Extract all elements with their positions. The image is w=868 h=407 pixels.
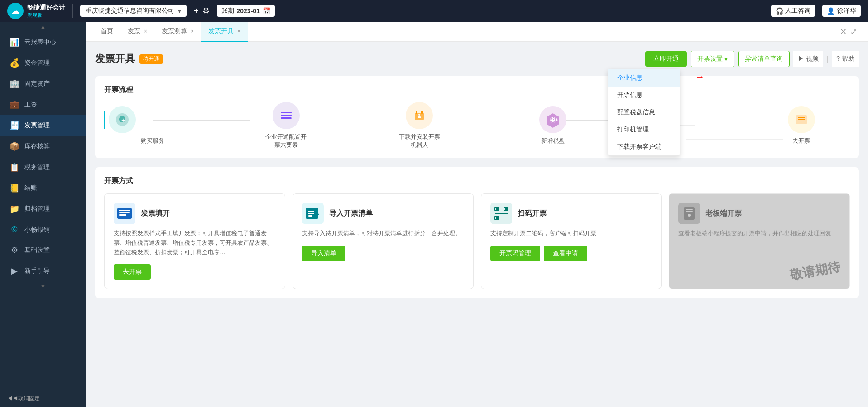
- tab-home[interactable]: 首页: [93, 22, 120, 42]
- add-button[interactable]: +: [194, 6, 199, 16]
- tab-close-invoice[interactable]: ×: [144, 28, 147, 34]
- support-button[interactable]: 🎧 人工咨询: [771, 5, 815, 17]
- main-area: ▲ 📊 云报表中心 💰 资金管理 🏢 固定资产 💼 工资 🧾 发票管理: [0, 22, 868, 407]
- method-card-fill: 发票填开 支持按照发票样式手工填开发票；可开具增值税电子普通发票、增值税普通发票…: [104, 193, 285, 289]
- coming-soon-overlay: 敬请期待: [789, 258, 842, 284]
- svg-point-6: [418, 114, 420, 116]
- sidebar-item-accounting[interactable]: 📒 结账: [0, 178, 86, 199]
- step-icon-2: [273, 102, 300, 129]
- logo-text: 畅捷通好会计 旗舰版: [27, 4, 65, 19]
- tab-close-calc[interactable]: ×: [191, 28, 194, 34]
- flow-steps: + 购买服务 企业开通配置开票六要素: [104, 102, 850, 149]
- method-import-header: 导入开票清单: [302, 203, 464, 224]
- sidebar-item-assets[interactable]: 🏢 固定资产: [0, 73, 86, 94]
- sidebar-item-guide[interactable]: ▶ 新手引导: [0, 261, 86, 281]
- sidebar-item-expense[interactable]: © 小畅报销: [0, 219, 86, 240]
- flow-step-6: 去开票: [753, 106, 850, 145]
- import-list-button[interactable]: 导入清单: [302, 246, 345, 261]
- tab-expand[interactable]: ⤢: [850, 27, 857, 37]
- settings-icon[interactable]: ⚙: [202, 6, 210, 16]
- calendar-icon[interactable]: 📅: [263, 7, 270, 15]
- svg-point-35: [688, 214, 691, 217]
- user-info[interactable]: 👤 徐泽华: [822, 5, 861, 17]
- period-info: 账期 2023-01 📅: [217, 5, 275, 17]
- sidebar-item-reports[interactable]: 📊 云报表中心: [0, 32, 86, 53]
- dropdown-item-company[interactable]: 企业信息 →: [608, 69, 680, 87]
- svg-rect-13: [798, 117, 805, 118]
- svg-rect-17: [119, 210, 130, 211]
- page-title-area: 发票开具 待开通: [95, 52, 163, 66]
- flow-step-2: 企业开通配置开票六要素: [238, 102, 335, 149]
- sidebar-item-finance[interactable]: 💰 资金管理: [0, 53, 86, 73]
- logo-icon: ☁: [7, 3, 24, 19]
- svg-rect-3: [281, 115, 292, 116]
- fill-icon: [114, 203, 135, 224]
- flow-step-3: 下载并安装开票机器人: [371, 102, 468, 149]
- svg-rect-28: [496, 208, 498, 210]
- step-icon-6: [788, 106, 815, 133]
- company-selector[interactable]: 重庆畅捷交通信息咨询有限公司 ▾: [80, 5, 187, 17]
- scroll-up-button[interactable]: ▲: [0, 22, 86, 32]
- divider: |: [827, 55, 829, 63]
- sidebar-item-settings[interactable]: ⚙ 基础设置: [0, 240, 86, 261]
- tab-close-issue[interactable]: ×: [237, 28, 240, 34]
- sidebar-item-invoice[interactable]: 🧾 发票管理: [0, 115, 86, 136]
- scan-icon: [490, 203, 512, 224]
- step-icon-4: 税+: [539, 106, 566, 133]
- dropdown-item-tax-config[interactable]: 配置税盘信息: [608, 104, 680, 121]
- scroll-down-button[interactable]: ▼: [0, 281, 86, 291]
- dropdown-item-printer[interactable]: 打印机管理: [608, 121, 680, 138]
- methods-section: 开票方式 发票填开 支持按照发票样式手工填开发票；可开具增值税电子普通发票: [95, 167, 859, 298]
- sidebar-item-inventory[interactable]: 📦 库存核算: [0, 136, 86, 157]
- tab-invoice[interactable]: 发票 ×: [120, 22, 154, 42]
- step-icon-3: [406, 102, 433, 129]
- payroll-icon: 💼: [9, 100, 20, 110]
- tab-invoice-calc[interactable]: 发票测算 ×: [154, 22, 201, 42]
- tab-invoice-issue[interactable]: 发票开具 ×: [201, 22, 248, 42]
- dropdown-item-invoice-info[interactable]: 开票信息: [608, 87, 680, 104]
- fill-invoice-button[interactable]: 去开票: [114, 264, 151, 280]
- connector-3: [468, 121, 504, 121]
- svg-rect-24: [308, 215, 312, 217]
- assets-icon: 🏢: [9, 79, 20, 89]
- method-card-import: 导入开票清单 支持导入待开票清单，可对待开票清单进行拆分、合并处理。 导入清单: [293, 193, 474, 289]
- logo-area[interactable]: ☁ 畅捷通好会计 旗舰版: [7, 3, 65, 19]
- video-button[interactable]: ▶ 视频: [793, 51, 823, 67]
- user-icon: 👤: [827, 7, 834, 15]
- inventory-icon: 📦: [9, 141, 20, 151]
- accounting-icon: 📒: [9, 183, 20, 193]
- settings-dropdown-menu: 企业信息 → 开票信息 配置税盘信息: [608, 69, 680, 156]
- abnormal-list-button[interactable]: 异常清单查询: [738, 51, 790, 67]
- unpin-button[interactable]: ◀◀取消固定: [0, 390, 86, 407]
- flow-step-1: + 购买服务: [104, 106, 201, 145]
- settings-button[interactable]: 开票设置 ▾: [691, 51, 734, 67]
- top-right: 🎧 人工咨询 👤 徐泽华: [771, 5, 861, 17]
- qrcode-manage-button[interactable]: 开票码管理: [490, 246, 540, 261]
- reports-icon: 📊: [9, 37, 20, 47]
- svg-rect-34: [686, 211, 693, 212]
- help-button[interactable]: ? 帮助: [832, 51, 859, 67]
- sidebar-item-payroll[interactable]: 💼 工资: [0, 94, 86, 115]
- svg-rect-14: [798, 119, 805, 120]
- top-bar: ☁ 畅捷通好会计 旗舰版 重庆畅捷交通信息咨询有限公司 ▾ + ⚙ 账期 202…: [0, 0, 868, 22]
- svg-rect-22: [308, 211, 314, 212]
- page-header: 发票开具 待开通 立即开通 开票设置 ▾: [95, 51, 859, 67]
- activate-button[interactable]: 立即开通: [645, 51, 687, 67]
- red-arrow-icon: →: [695, 72, 705, 82]
- svg-rect-7: [418, 116, 421, 118]
- headset-icon: 🎧: [776, 7, 783, 15]
- view-application-button[interactable]: 查看申请: [544, 246, 587, 261]
- sidebar-item-tax[interactable]: 📋 税务管理: [0, 157, 86, 178]
- method-card-boss: 老板端开票 查看老板端小程序提交的开票申请，并作出相应的处理回复 敬请期待: [669, 193, 850, 289]
- boss-icon: [678, 203, 700, 224]
- connector-5: [735, 121, 753, 121]
- sidebar-item-archive[interactable]: 📁 归档管理: [0, 199, 86, 219]
- method-boss-header: 老板端开票: [678, 203, 840, 224]
- dropdown-item-download[interactable]: 下载开票客户端: [608, 138, 680, 155]
- method-fill-header: 发票填开: [114, 203, 276, 224]
- svg-rect-2: [281, 112, 292, 113]
- svg-text:税+: 税+: [549, 117, 558, 123]
- settings-dropdown-container: 开票设置 ▾ 企业信息 →: [691, 51, 734, 67]
- tab-close-all[interactable]: ✕: [840, 27, 847, 37]
- page-title: 发票开具: [95, 52, 135, 66]
